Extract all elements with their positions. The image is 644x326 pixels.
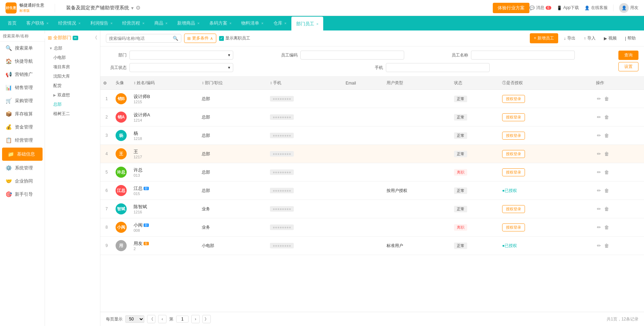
tree-item-project[interactable]: 项目库房 [48, 62, 97, 72]
edit-btn[interactable]: ✏ [597, 114, 601, 120]
delete-btn[interactable]: 🗑 [604, 243, 609, 248]
close-history-icon[interactable]: × [142, 21, 144, 25]
phone-input[interactable] [386, 63, 490, 72]
user-btn[interactable]: 👤 用友 [619, 3, 638, 13]
close-barcode-icon[interactable]: × [229, 21, 232, 25]
dept-select[interactable]: ▾ [129, 51, 233, 60]
close-employees-icon[interactable]: × [316, 22, 318, 26]
edit-btn[interactable]: ✏ [597, 96, 601, 102]
try-btn[interactable]: 体验行业方案 [493, 3, 529, 13]
tab-home[interactable]: 首页 [3, 16, 21, 30]
sidebar-item-purchase[interactable]: 🛒 采购管理 [0, 94, 45, 107]
auth-login-btn[interactable]: 授权登录 [502, 132, 525, 140]
tree-item-zongbu[interactable]: 总部 [48, 100, 97, 109]
edit-btn[interactable]: ✏ [597, 133, 601, 138]
sidebar-item-basics[interactable]: 📁 基础信息 [2, 148, 43, 161]
auth-login-btn[interactable]: 授权登录 [502, 223, 525, 231]
tab-employees[interactable]: 部门员工 × [291, 17, 323, 30]
tab-warehouse[interactable]: 仓库 × [269, 16, 291, 30]
video-btn[interactable]: ▶ 视频 [601, 34, 619, 43]
empcode-input[interactable] [300, 51, 404, 60]
auth-login-btn[interactable]: 授权登录 [502, 95, 525, 103]
sidebar-item-search[interactable]: 🔍 搜索菜单 [0, 42, 45, 55]
auth-login-btn[interactable]: 授权登录 [502, 113, 525, 121]
th-dept[interactable]: ↕ 部门/职位 [199, 77, 267, 90]
show-resigned-toggle[interactable]: ✓ 显示离职员工 [219, 35, 250, 41]
settings-icon[interactable]: ⚙ [136, 5, 140, 11]
close-newgoods-icon[interactable]: × [197, 21, 199, 25]
tab-operation[interactable]: 经营情况 × [53, 16, 85, 30]
tree-item-zhishu[interactable]: 植树王二 [48, 109, 97, 118]
empname-input[interactable] [471, 51, 575, 60]
page-input[interactable] [176, 316, 189, 323]
app-download-btn[interactable]: 📱 App下载 [557, 5, 579, 11]
sidebar-item-finance[interactable]: 💰 资金管理 [0, 121, 45, 134]
next-page-btn[interactable]: › [191, 315, 200, 323]
th-name[interactable]: ↕ 姓名/编码 [131, 77, 199, 90]
auth-login-btn[interactable]: 授权登录 [502, 168, 525, 176]
sidebar-item-guide[interactable]: 🎯 新手引导 [0, 188, 45, 201]
dept-edit-icon[interactable]: ✏ [73, 36, 78, 40]
tree-item-zongbu-root[interactable]: ▼ 总部 [48, 44, 97, 53]
search-input[interactable] [109, 36, 171, 41]
status-select[interactable]: ▾ [129, 63, 233, 72]
sidebar-item-sales[interactable]: 📊 销售管理 [0, 81, 45, 94]
add-employee-btn[interactable]: + 新增员工 [530, 33, 558, 43]
dept-collapse-icon[interactable]: 《 [93, 35, 97, 41]
search-icon[interactable]: 🔍 [173, 36, 178, 41]
prev-page-btn[interactable]: ‹ [158, 315, 166, 323]
edit-btn[interactable]: ✏ [597, 243, 601, 248]
tree-item-xiaodian[interactable]: 小电部 [48, 53, 97, 62]
last-page-btn[interactable]: 》 [202, 315, 211, 323]
edit-btn[interactable]: ✏ [597, 188, 601, 193]
close-material-icon[interactable]: × [261, 21, 263, 25]
tab-material[interactable]: 物料清单 × [236, 16, 268, 30]
delete-btn[interactable]: 🗑 [604, 169, 609, 175]
close-warehouse-icon[interactable]: × [284, 21, 287, 25]
sidebar-item-marketing[interactable]: 📢 营销推广 [0, 68, 45, 81]
title-dropdown-icon[interactable]: ▾ [131, 5, 134, 11]
help-btn[interactable]: | 帮助 [622, 34, 638, 43]
edit-btn[interactable]: ✏ [597, 224, 601, 230]
sidebar-item-management[interactable]: 📋 经营管理 [0, 134, 45, 147]
auth-login-btn[interactable]: 授权登录 [502, 205, 525, 213]
delete-btn[interactable]: 🗑 [604, 133, 609, 138]
tree-item-shenyang[interactable]: 沈阳大库 [48, 72, 97, 81]
tab-profit[interactable]: 利润报告 × [85, 16, 117, 30]
edit-btn[interactable]: ✏ [597, 206, 601, 212]
tree-item-peihuo[interactable]: 配货 [48, 81, 97, 90]
sidebar-item-quicknav[interactable]: 🏠 快捷导航 [0, 55, 45, 68]
first-page-btn[interactable]: 《 [147, 315, 155, 323]
service-btn[interactable]: 👤 在线客服 [584, 5, 608, 11]
close-profit-icon[interactable]: × [110, 21, 112, 25]
tab-barcode[interactable]: 条码方案 × [205, 16, 236, 30]
tab-history[interactable]: 经营历程 × [117, 16, 149, 30]
delete-btn[interactable]: 🗑 [604, 114, 609, 120]
delete-btn[interactable]: 🗑 [604, 151, 609, 157]
sidebar-item-inventory[interactable]: 📦 库存核算 [0, 107, 45, 121]
tab-customer[interactable]: 客户联络 × [21, 16, 53, 30]
more-filter-btn[interactable]: ⊞ 更多条件 ∧ [184, 34, 216, 43]
close-operation-icon[interactable]: × [78, 21, 80, 25]
sidebar-item-collab[interactable]: 🤝 企业协同 [0, 175, 45, 188]
th-phone[interactable]: ↕ 手机 [267, 77, 343, 90]
edit-btn[interactable]: ✏ [597, 151, 601, 157]
tree-item-shuangxu[interactable]: ▶ 双虚想 [48, 90, 97, 100]
delete-btn[interactable]: 🗑 [604, 188, 609, 193]
delete-btn[interactable]: 🗑 [604, 206, 609, 212]
tab-new-goods[interactable]: 新增商品 × [172, 16, 204, 30]
tab-goods[interactable]: 商品 × [149, 16, 172, 30]
close-customer-icon[interactable]: × [46, 21, 48, 25]
delete-btn[interactable]: 🗑 [604, 224, 609, 230]
export-btn[interactable]: ↓ 导出 [561, 34, 578, 43]
query-btn[interactable]: 查询 [618, 51, 638, 60]
edit-btn[interactable]: ✏ [597, 169, 601, 175]
reset-btn[interactable]: 设置 [618, 62, 638, 71]
message-btn[interactable]: 💬 消息 6 [529, 5, 551, 11]
sidebar-item-system[interactable]: ⚙️ 系统管理 [0, 161, 45, 175]
close-goods-icon[interactable]: × [165, 21, 167, 25]
delete-btn[interactable]: 🗑 [604, 96, 609, 102]
page-size-select[interactable]: 50 20 100 [125, 315, 144, 323]
import-btn[interactable]: ↑ 导入 [581, 34, 598, 43]
auth-login-btn[interactable]: 授权登录 [502, 150, 525, 158]
